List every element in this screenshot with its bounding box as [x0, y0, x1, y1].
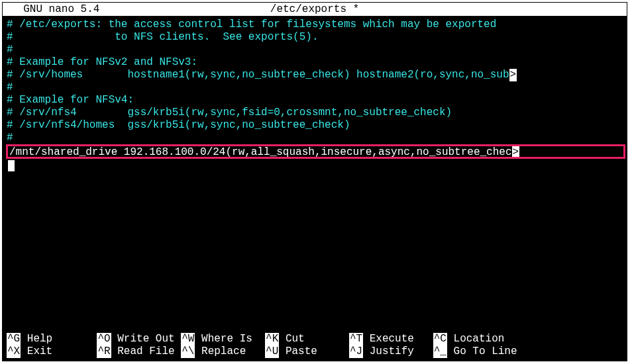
file-name: /etc/exports * — [270, 3, 359, 15]
shortcut-menu: ^G Help ^O Write Out ^W Where Is ^K Cut … — [7, 333, 623, 358]
comment-line: # /srv/nfs4 gss/krb5i(rw,sync,fsid=0,cro… — [7, 107, 627, 119]
help-shortcut[interactable]: ^G Help — [7, 333, 84, 345]
justify-shortcut[interactable]: ^J Justify — [349, 345, 427, 358]
comment-line: # — [7, 132, 627, 144]
paste-shortcut[interactable]: ^U Paste — [265, 345, 342, 358]
replace-shortcut[interactable]: ^\ Replace — [181, 345, 258, 358]
menu-row-1: ^G Help ^O Write Out ^W Where Is ^K Cut … — [7, 333, 623, 345]
continuation-marker: > — [509, 69, 517, 81]
titlebar: GNU nano 5.4 /etc/exports * — [3, 3, 627, 16]
readfile-shortcut[interactable]: ^R Read File — [97, 345, 174, 358]
app-name: GNU nano 5.4 — [3, 3, 99, 15]
execute-shortcut[interactable]: ^T Execute — [349, 333, 427, 345]
comment-line: # /srv/nfs4/homes gss/krb5i(rw,sync,no_s… — [7, 119, 627, 132]
cursor — [8, 160, 15, 171]
comment-line: # /srv/homes hostname1(rw,sync,no_subtre… — [7, 69, 627, 81]
menu-row-2: ^X Exit ^R Read File ^\ Replace ^U Paste… — [7, 345, 623, 358]
comment-line: # Example for NFSv2 and NFSv3: — [7, 56, 627, 69]
comment-line: # Example for NFSv4: — [7, 94, 627, 107]
gotoline-shortcut[interactable]: ^_ Go To Line — [433, 345, 517, 358]
config-line-highlighted: /mnt/shared_drive 192.168.100.0/24(rw,al… — [6, 144, 625, 159]
editor-content[interactable]: # /etc/exports: the access control list … — [3, 16, 627, 175]
comment-line: # — [7, 44, 627, 56]
cursor-line — [7, 159, 627, 175]
continuation-marker: > — [512, 146, 520, 158]
cut-shortcut[interactable]: ^K Cut — [265, 333, 342, 345]
comment-line: # — [7, 81, 627, 94]
whereis-shortcut[interactable]: ^W Where Is — [181, 333, 258, 345]
comment-line: # /etc/exports: the access control list … — [7, 19, 627, 31]
comment-line: # to NFS clients. See exports(5). — [7, 31, 627, 44]
location-shortcut[interactable]: ^C Location — [433, 333, 505, 345]
exit-shortcut[interactable]: ^X Exit — [7, 345, 84, 358]
terminal-window: GNU nano 5.4 /etc/exports * # /etc/expor… — [2, 2, 627, 361]
writeout-shortcut[interactable]: ^O Write Out — [97, 333, 174, 345]
